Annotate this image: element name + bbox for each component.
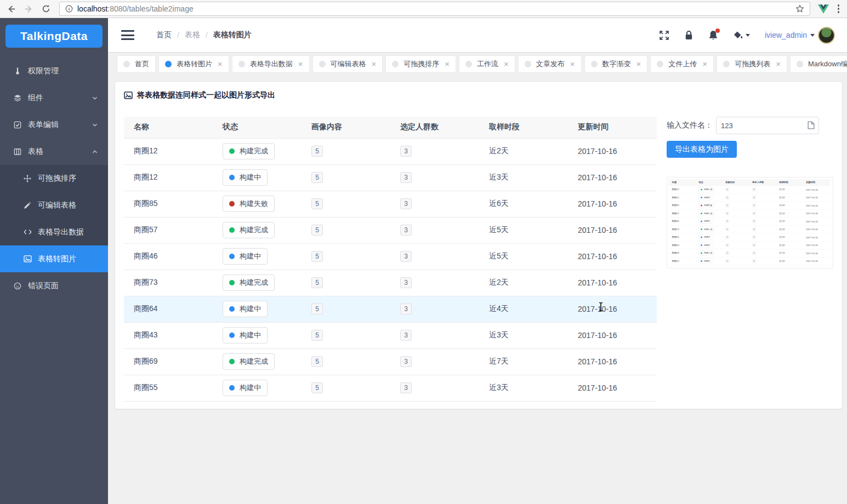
fullscreen-icon[interactable]: [659, 30, 669, 41]
chevron-down-icon: [92, 95, 98, 101]
cell-portrait-count: 5: [302, 270, 390, 296]
user-dropdown[interactable]: iview_admin: [765, 27, 835, 44]
status-label: 构建完成: [240, 225, 268, 235]
bookmark-star-icon[interactable]: [795, 4, 804, 13]
open-tabs-bar: 首页表格转图片×表格导出数据×可编辑表格×可拖拽排序×工作流×文章发布×数字渐变…: [108, 52, 847, 76]
sidebar-item-form-edit[interactable]: 表单编辑: [0, 111, 108, 138]
table-to-image-card: 将表格数据连同样式一起以图片形式导出 名称 状态 画像内容 选定人群数: [115, 81, 843, 409]
cell-status: 构建完成: [213, 138, 302, 164]
filename-input[interactable]: [716, 117, 819, 134]
notifications-bell-icon[interactable]: [708, 30, 718, 41]
address-bar[interactable]: localhost:8080/tables/table2image: [59, 2, 810, 16]
cell-updated: 2017-10-16: [568, 217, 657, 243]
tab-可拖拽列表[interactable]: 可拖拽列表×: [717, 55, 787, 73]
cell-audience-count: 3: [390, 191, 479, 217]
tab-数字渐变[interactable]: 数字渐变×: [584, 55, 648, 73]
breadcrumb-home[interactable]: 首页: [156, 30, 172, 40]
tab-close-icon[interactable]: ×: [372, 60, 377, 68]
column-header-period: 取样时段: [479, 117, 568, 138]
card-title: 将表格数据连同样式一起以图片形式导出: [124, 90, 833, 100]
tab-close-icon[interactable]: ×: [702, 60, 707, 68]
components-icon: [13, 94, 22, 102]
cell-portrait-count: 5: [302, 138, 390, 164]
site-info-icon[interactable]: [65, 5, 73, 13]
audience-count-box: 3: [400, 146, 412, 157]
tab-close-icon[interactable]: ×: [570, 60, 575, 68]
tab-label: 文件上传: [668, 59, 697, 69]
vue-devtools-icon[interactable]: [818, 4, 829, 14]
sidebar-item-label: 可拖拽排序: [38, 174, 76, 184]
tab-label: 数字渐变: [602, 59, 631, 69]
status-dot: [229, 385, 235, 391]
tab-label: 首页: [135, 59, 149, 69]
status-badge: 构建中: [223, 248, 268, 265]
table-row: 商圈43构建中53近3天2017-10-16: [124, 322, 657, 348]
cell-updated: 2017-10-16: [568, 191, 657, 217]
status-label: 构建中: [240, 173, 261, 182]
tab-close-icon[interactable]: ×: [636, 60, 641, 68]
avatar[interactable]: [818, 27, 835, 44]
cell-updated: 2017-10-16: [568, 375, 657, 401]
tab-可编辑表格[interactable]: 可编辑表格×: [312, 55, 383, 73]
cell-period: 近2天: [479, 270, 568, 296]
sidebar-item-label: 表单编辑: [28, 120, 59, 130]
sidebar-item-label: 表格转图片: [38, 254, 76, 264]
sidebar-subitem-export-data[interactable]: 表格导出数据: [0, 219, 108, 245]
status-dot: [229, 227, 235, 233]
cell-name: 商圈85: [124, 191, 213, 217]
browser-reload-button[interactable]: [41, 3, 52, 14]
sidebar-item-key[interactable]: 权限管理: [0, 58, 108, 84]
editable-table-icon: [23, 202, 32, 209]
sidebar-subitem-drag-sort[interactable]: 可拖拽排序: [0, 165, 108, 192]
tab-可拖拽排序[interactable]: 可拖拽排序×: [385, 55, 456, 73]
sidebar-item-table[interactable]: 表格: [0, 138, 108, 165]
sidebar-item-components[interactable]: 组件: [0, 84, 108, 111]
menu-toggle-button[interactable]: [121, 30, 134, 40]
audience-count-box: 3: [400, 225, 412, 236]
export-table-button[interactable]: 导出表格为图片: [667, 141, 737, 158]
tab-close-icon[interactable]: ×: [445, 60, 450, 68]
lock-icon[interactable]: [684, 30, 693, 41]
tab-status-dot: [525, 61, 531, 67]
browser-forward-button[interactable]: [23, 3, 34, 14]
tab-close-icon[interactable]: ×: [776, 60, 781, 68]
status-label: 构建完成: [240, 357, 268, 366]
cell-name: 商圈64: [124, 296, 213, 322]
cell-portrait-count: 5: [302, 191, 390, 217]
portrait-count-box: 5: [311, 277, 323, 288]
sidebar-item-error-page[interactable]: 错误页面: [0, 272, 108, 299]
cell-name: 商圈12: [124, 164, 213, 191]
tab-首页[interactable]: 首页: [117, 55, 156, 73]
tab-status-dot: [392, 61, 399, 67]
filename-label: 输入文件名：: [667, 121, 713, 130]
sidebar-subitem-editable-table[interactable]: 可编辑表格: [0, 192, 108, 219]
tab-status-dot: [797, 61, 803, 67]
tab-表格导出数据[interactable]: 表格导出数据×: [232, 55, 310, 73]
tab-close-icon[interactable]: ×: [218, 60, 223, 68]
tab-文章发布[interactable]: 文章发布×: [518, 55, 582, 73]
table-row: 商圈73构建完成53近2天2017-10-16: [124, 270, 657, 296]
tab-工作流[interactable]: 工作流×: [459, 55, 515, 73]
browser-back-button[interactable]: [5, 3, 16, 14]
tab-文件上传[interactable]: 文件上传×: [650, 55, 714, 73]
cell-audience-count: 3: [390, 296, 479, 322]
browser-menu-icon[interactable]: [835, 4, 842, 13]
sidebar-subitem-table-to-image[interactable]: 表格转图片: [0, 245, 108, 272]
tab-close-icon[interactable]: ×: [504, 60, 509, 68]
tab-close-icon[interactable]: ×: [298, 60, 303, 68]
status-badge: 构建完成: [223, 222, 275, 238]
cell-name: 商圈43: [124, 322, 213, 348]
tab-表格转图片[interactable]: 表格转图片×: [158, 55, 229, 73]
breadcrumb-tables[interactable]: 表格: [185, 30, 200, 40]
portrait-count-box: 5: [311, 251, 323, 262]
notification-badge: [715, 28, 720, 33]
app-logo: TalkingData: [5, 25, 103, 48]
status-badge: 构建中: [223, 301, 268, 317]
tab-status-dot: [165, 61, 172, 67]
theme-paint-icon: [733, 31, 743, 40]
cell-period: 近3天: [479, 322, 568, 348]
theme-switcher[interactable]: [733, 31, 750, 40]
tab-Markdown编辑器[interactable]: Markdown编辑器×: [790, 55, 847, 73]
cell-audience-count: 3: [390, 348, 479, 375]
cell-audience-count: 3: [390, 138, 479, 164]
